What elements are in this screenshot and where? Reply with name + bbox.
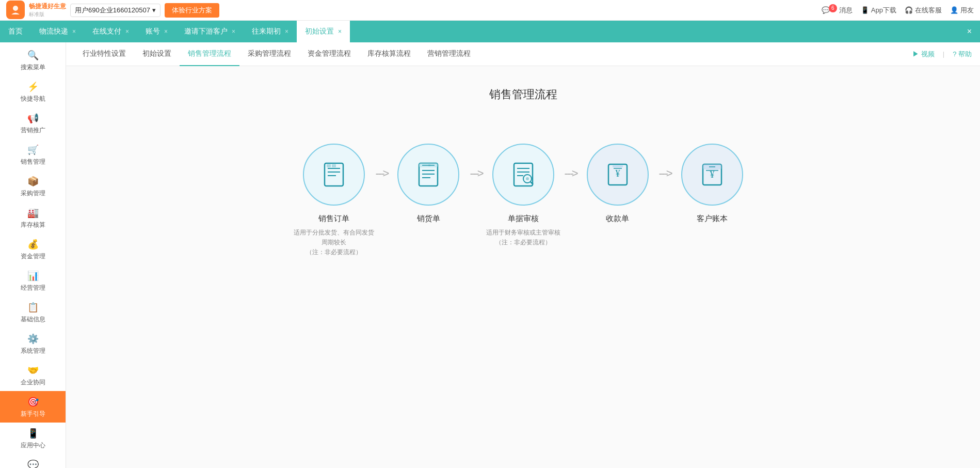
svg-rect-23 bbox=[613, 165, 623, 167]
flow-desc-sales-order: 适用于分批发货、有合同发货周期较长（注：非必要流程） bbox=[293, 228, 375, 258]
flow-label-review: 单据审核 bbox=[508, 214, 539, 224]
sub-tab-label-purchase-flow: 采购管理流程 bbox=[248, 49, 291, 58]
nav-bar: 首页 物流快递 × 在线支付 × 账号 × 邀请下游客户 × 往来期初 × 初始… bbox=[0, 21, 980, 42]
sidebar-item-app-center[interactable]: 📱 应用中心 bbox=[0, 423, 66, 454]
sub-tabs: 行业特性设置 初始设置 销售管理流程 采购管理流程 资金管理流程 库存核算流程 … bbox=[66, 42, 980, 66]
message-button[interactable]: 💬 6 消息 bbox=[822, 6, 853, 15]
flow-step-review: 单据审核 适用于财务审核或主管审核（注：非必要流程） bbox=[482, 144, 565, 247]
logo-title: 畅捷通好生意 bbox=[29, 2, 66, 11]
video-link[interactable]: ▶ 视频 bbox=[912, 50, 935, 59]
operations-icon: 📊 bbox=[27, 270, 39, 282]
nav-bar-close-button[interactable]: × bbox=[959, 27, 980, 36]
avatar-icon: 👤 bbox=[950, 6, 958, 14]
sub-tab-sales-flow[interactable]: 销售管理流程 bbox=[180, 42, 239, 66]
user-selector-text: 用户690企业1660120507 bbox=[75, 6, 150, 15]
app-download-button[interactable]: 📱 App下载 bbox=[861, 6, 896, 15]
flow-label-receipt: 收款单 bbox=[606, 214, 629, 224]
nav-close-logistics[interactable]: × bbox=[72, 28, 76, 35]
sub-tab-label-inventory-flow: 库存核算流程 bbox=[367, 49, 411, 58]
flow-circle-sales-order bbox=[303, 144, 365, 206]
sub-tab-label-finance-flow: 资金管理流程 bbox=[308, 49, 351, 58]
flow-arrow-3: - - -> bbox=[565, 144, 576, 180]
sidebar-item-label-enterprise-collab: 企业协同 bbox=[21, 378, 45, 387]
logo: 畅捷通好生意 标准版 bbox=[6, 1, 66, 20]
user-selector[interactable]: 用户690企业1660120507 ▾ bbox=[70, 4, 160, 17]
flow-arrow-1: - - -> bbox=[375, 144, 387, 180]
headset-icon: 🎧 bbox=[905, 6, 913, 14]
sub-tab-finance-flow[interactable]: 资金管理流程 bbox=[299, 42, 359, 66]
flow-label-account-book: 客户账本 bbox=[697, 214, 728, 224]
flow-circle-delivery bbox=[397, 144, 459, 206]
svg-rect-6 bbox=[332, 164, 336, 167]
sidebar-item-label-marketing: 营销推广 bbox=[21, 126, 45, 135]
flow-circle-review bbox=[492, 144, 554, 206]
nav-close-payment[interactable]: × bbox=[125, 28, 129, 35]
divider: | bbox=[943, 50, 944, 58]
sub-tab-purchase-flow[interactable]: 采购管理流程 bbox=[239, 42, 299, 66]
sub-tab-label-industry: 行业特性设置 bbox=[83, 49, 126, 58]
nav-item-invite[interactable]: 邀请下游客户 × bbox=[176, 21, 244, 42]
sidebar-item-label-new-guide: 新手引导 bbox=[21, 410, 45, 418]
nav-label-init: 初始设置 bbox=[305, 27, 334, 36]
sub-tab-inventory-flow[interactable]: 库存核算流程 bbox=[359, 42, 419, 66]
nav-item-payment[interactable]: 在线支付 × bbox=[84, 21, 137, 42]
nav-label-logistics: 物流快递 bbox=[39, 27, 68, 36]
sidebar-item-label-app-center: 应用中心 bbox=[21, 441, 45, 450]
sidebar-item-enterprise-collab[interactable]: 🤝 企业协同 bbox=[0, 360, 66, 391]
sidebar-item-sys-mgmt[interactable]: ⚙️ 系统管理 bbox=[0, 328, 66, 360]
sidebar-item-sales[interactable]: 🛒 销售管理 bbox=[0, 139, 66, 170]
help-label: 帮助 bbox=[958, 50, 972, 58]
video-label: 视频 bbox=[921, 50, 935, 58]
user-menu-button[interactable]: 👤 用友 bbox=[950, 6, 974, 15]
flow-desc-review: 适用于财务审核或主管审核（注：非必要流程） bbox=[486, 228, 560, 247]
main-layout: 🔍 搜索菜单 ⚡ 快捷导航 📢 营销推广 🛒 销售管理 📦 采购管理 🏭 库存核… bbox=[0, 42, 980, 468]
svg-text:¥: ¥ bbox=[710, 169, 714, 180]
nav-label-invite: 邀请下游客户 bbox=[184, 27, 228, 36]
sidebar-item-search[interactable]: 🔍 搜索菜单 bbox=[0, 44, 66, 76]
nav-item-home[interactable]: 首页 bbox=[0, 21, 31, 42]
nav-item-init[interactable]: 初始设置 × bbox=[297, 21, 350, 42]
experience-button[interactable]: 体验行业方案 bbox=[165, 3, 219, 18]
sub-tab-industry[interactable]: 行业特性设置 bbox=[74, 42, 134, 66]
sidebar-item-label-sales: 销售管理 bbox=[21, 158, 45, 166]
sub-tab-marketing-flow[interactable]: 营销管理流程 bbox=[419, 42, 479, 66]
sidebar-item-label-purchase: 采购管理 bbox=[21, 189, 45, 198]
flow-arrow-2: - - -> bbox=[470, 144, 481, 180]
nav-label-account: 账号 bbox=[146, 27, 160, 36]
quick-nav-icon: ⚡ bbox=[27, 81, 39, 92]
svg-rect-5 bbox=[327, 164, 331, 167]
online-service-label: 在线客服 bbox=[915, 6, 942, 15]
nav-close-invite[interactable]: × bbox=[232, 28, 235, 35]
message-label: 消息 bbox=[839, 6, 853, 15]
help-link[interactable]: ? 帮助 bbox=[953, 50, 972, 59]
sidebar-item-finance[interactable]: 💰 资金管理 bbox=[0, 233, 66, 265]
sidebar-item-new-guide[interactable]: 🎯 新手引导 bbox=[0, 391, 66, 423]
nav-close-account[interactable]: × bbox=[164, 28, 168, 35]
flow-circle-receipt: ¥ bbox=[587, 144, 649, 206]
app-download-label: App下载 bbox=[871, 6, 896, 15]
sidebar-item-inventory[interactable]: 🏭 库存核算 bbox=[0, 202, 66, 233]
search-icon: 🔍 bbox=[27, 50, 39, 61]
flow-step-receipt: ¥ 收款单 bbox=[576, 144, 659, 228]
sidebar-item-purchase[interactable]: 📦 采购管理 bbox=[0, 170, 66, 202]
sidebar-item-enterprise-wechat[interactable]: 💬 企业微信 bbox=[0, 454, 66, 468]
sidebar-item-basic-info[interactable]: 📋 基础信息 bbox=[0, 297, 66, 328]
nav-close-period[interactable]: × bbox=[285, 28, 288, 35]
nav-item-period[interactable]: 往来期初 × bbox=[244, 21, 297, 42]
logo-icon bbox=[6, 1, 25, 19]
logo-text-block: 畅捷通好生意 标准版 bbox=[29, 2, 66, 18]
user-display-name: 用友 bbox=[960, 6, 974, 15]
chevron-down-icon: ▾ bbox=[152, 6, 156, 14]
enterprise-collab-icon: 🤝 bbox=[27, 365, 39, 376]
sub-tab-init[interactable]: 初始设置 bbox=[134, 42, 180, 66]
svg-point-18 bbox=[526, 177, 529, 180]
svg-text:¥: ¥ bbox=[615, 168, 620, 179]
online-service-button[interactable]: 🎧 在线客服 bbox=[905, 6, 942, 15]
sidebar-item-quick-nav[interactable]: ⚡ 快捷导航 bbox=[0, 76, 66, 107]
nav-item-logistics[interactable]: 物流快递 × bbox=[31, 21, 84, 42]
sidebar-item-marketing[interactable]: 📢 营销推广 bbox=[0, 107, 66, 139]
sidebar-item-operations[interactable]: 📊 经营管理 bbox=[0, 265, 66, 297]
nav-item-account[interactable]: 账号 × bbox=[137, 21, 176, 42]
nav-label-period: 往来期初 bbox=[252, 27, 281, 36]
nav-close-init[interactable]: × bbox=[338, 28, 342, 35]
